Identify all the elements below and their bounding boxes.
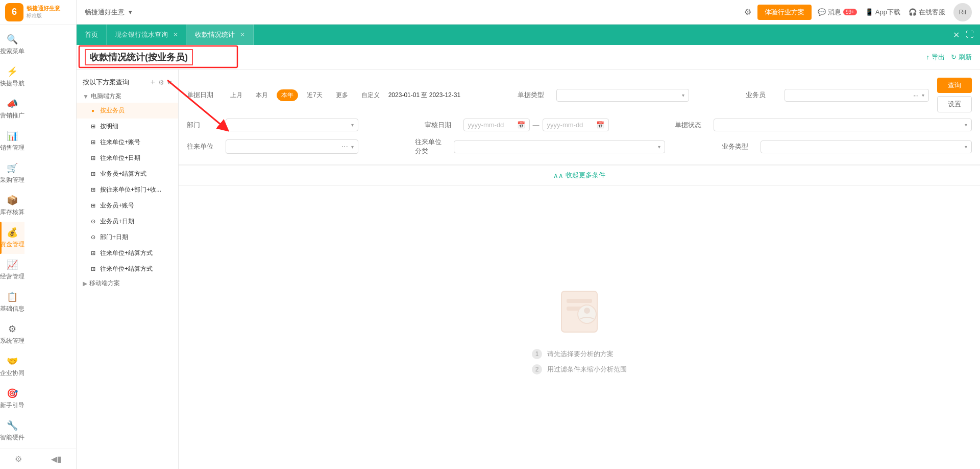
- panel-header-actions: + ⚙ «: [151, 78, 172, 87]
- review-date-end[interactable]: yyyy-mm-dd 📅: [543, 119, 609, 131]
- menu-item-unit-settlement1[interactable]: ⊞ 往来单位+结算方式: [77, 245, 178, 261]
- breadcrumb-dropdown[interactable]: ▾: [129, 8, 132, 16]
- panel-collapse-btn[interactable]: «: [167, 78, 172, 87]
- sidebar-item-new-guide[interactable]: 🎯 新手引导: [0, 383, 24, 415]
- date-btn-this-year[interactable]: 本年: [277, 89, 298, 101]
- tab-receipt-stats-close[interactable]: ✕: [240, 31, 245, 38]
- menu-item-label: 业务员+日期: [100, 217, 134, 226]
- topbar: 畅捷通好生意 ▾ ⚙ 体验行业方案 💬 消息 99+ 📱 App下载 🎧 在线客…: [77, 0, 980, 25]
- sidebar-item-basic-info[interactable]: 📋 基础信息: [0, 286, 24, 318]
- date-btn-custom[interactable]: 自定义: [357, 89, 384, 101]
- menu-item-unit-account[interactable]: ⊞ 往来单位+账号: [77, 134, 178, 150]
- biz-type-select[interactable]: ▾: [761, 140, 972, 153]
- sidebar-collapse-btn[interactable]: ◀▮: [51, 454, 62, 464]
- tab-bank-flow-close[interactable]: ✕: [173, 31, 178, 38]
- app-download-btn[interactable]: 📱 App下载: [865, 8, 900, 17]
- menu-item-unit-dept[interactable]: ⊞ 按往来单位+部门+收...: [77, 182, 178, 198]
- user-avatar[interactable]: Rit: [953, 3, 972, 21]
- menu-item-label: 按业务员: [100, 106, 125, 115]
- sidebar-item-corp-wechat[interactable]: 💬 企业微信: [0, 447, 24, 449]
- trial-btn[interactable]: 体验行业方案: [757, 5, 812, 20]
- date-btn-7days[interactable]: 近7天: [302, 89, 327, 101]
- filter-area: 单据日期 上月 本月 本年 近7天 更多 自定义 2023-01-01 至 20…: [179, 69, 980, 164]
- online-service-btn[interactable]: 🎧 在线客服: [909, 8, 945, 17]
- section-desktop[interactable]: ▼ 电脑端方案: [77, 90, 178, 103]
- tabbar: 首页 现金银行流水查询 ✕ 收款情况统计 ✕ ✕ ⛶: [77, 25, 980, 45]
- doc-status-select[interactable]: ▾: [714, 119, 972, 131]
- menu-item-label: 业务员+账号: [100, 201, 134, 210]
- tab-home[interactable]: 首页: [77, 25, 107, 45]
- sidebar-item-wrapper-wechat: 💬 企业微信: [0, 447, 76, 449]
- filter-row-2: 部门 ▾ 审核日期 yyyy-mm-dd 📅 — y: [187, 119, 972, 131]
- tab-receipt-stats[interactable]: 收款情况统计 ✕: [187, 25, 254, 45]
- tab-bank-flow[interactable]: 现金银行流水查询 ✕: [107, 25, 187, 45]
- partner-category-label: 往来单位分类: [415, 137, 446, 156]
- empty-step-2: 2 用过滤条件来缩小分析范围: [532, 364, 627, 374]
- messages-btn[interactable]: 💬 消息 99+: [818, 8, 857, 17]
- empty-illustration: [549, 276, 610, 339]
- topbar-settings-icon[interactable]: ⚙: [744, 7, 751, 17]
- query-btn[interactable]: 查询: [937, 78, 972, 93]
- message-icon: 💬: [818, 8, 826, 16]
- salesman-dots[interactable]: ···: [913, 91, 919, 99]
- sidebar-item-search-menu[interactable]: 🔍 搜索菜单: [0, 29, 24, 61]
- doc-status-chevron: ▾: [965, 122, 967, 128]
- sidebar-item-operations[interactable]: 📈 经营管理: [0, 254, 24, 286]
- dept-label: 部门: [187, 121, 217, 130]
- menu-icon-unit-date: ⊞: [89, 154, 97, 162]
- partner-category-select[interactable]: ▾: [454, 140, 665, 153]
- menu-item-salesman-account[interactable]: ⊞ 业务员+账号: [77, 198, 178, 214]
- purchase-icon: 🛒: [7, 162, 18, 174]
- panel-add-btn[interactable]: +: [151, 78, 155, 87]
- section-label-mobile: 移动端方案: [89, 279, 120, 288]
- doc-type-chevron: ▾: [682, 92, 684, 98]
- sidebar-item-marketing[interactable]: 📣 营销推广: [0, 93, 24, 125]
- panel-settings-btn[interactable]: ⚙: [158, 79, 164, 86]
- section-label-desktop: 电脑端方案: [91, 92, 121, 101]
- svg-rect-1: [567, 299, 592, 303]
- sidebar-item-smart-hw[interactable]: 🔧 智能硬件: [0, 415, 24, 447]
- inventory-icon: 📦: [7, 195, 18, 206]
- partner-dots[interactable]: ···: [341, 142, 348, 151]
- sidebar-item-corp-coop[interactable]: 🤝 企业协同: [0, 350, 24, 383]
- sidebar-settings-btn[interactable]: ⚙: [15, 454, 22, 464]
- menu-item-unit-settlement2[interactable]: ⊞ 往来单位+结算方式: [77, 261, 178, 277]
- partner-select[interactable]: ··· ▾: [226, 139, 358, 154]
- page-title: 收款情况统计(按业务员): [85, 49, 193, 65]
- menu-item-by-salesman[interactable]: ● 按业务员: [77, 103, 178, 119]
- main-content: 单据日期 上月 本月 本年 近7天 更多 自定义 2023-01-01 至 20…: [179, 69, 980, 469]
- tabbar-fullscreen[interactable]: ⛶: [966, 30, 974, 39]
- tabbar-right: ✕ ⛶: [947, 25, 980, 45]
- refresh-btn[interactable]: ↻ 刷新: [951, 53, 972, 62]
- corp-coop-icon: 🤝: [7, 356, 18, 367]
- menu-item-salesman-date[interactable]: ⊙ 业务员+日期: [77, 214, 178, 229]
- collapse-bar[interactable]: ∧∧ 收起更多条件: [179, 165, 980, 185]
- sidebar-item-finance[interactable]: 💰 资金管理: [0, 222, 24, 254]
- step-num-1: 1: [532, 349, 542, 359]
- filter-settings-btn[interactable]: 设置: [937, 96, 972, 112]
- sidebar-item-inventory[interactable]: 📦 库存核算: [0, 190, 24, 222]
- menu-item-unit-date[interactable]: ⊞ 往来单位+日期: [77, 150, 178, 166]
- menu-item-salesman-settlement[interactable]: ⊞ 业务员+结算方式: [77, 166, 178, 182]
- sidebar-item-label: 库存核算: [0, 208, 24, 217]
- doc-type-select[interactable]: ▾: [556, 89, 689, 102]
- left-panel: 按以下方案查询 + ⚙ « ▼ 电脑端方案 ● 按业务员 ⊞ 按明细: [77, 69, 179, 469]
- sidebar-item-label: 智能硬件: [0, 433, 24, 442]
- dept-select[interactable]: ▾: [226, 119, 358, 131]
- sidebar-item-system[interactable]: ⚙ 系统管理: [0, 318, 24, 350]
- sidebar-item-purchase[interactable]: 🛒 采购管理: [0, 157, 24, 190]
- menu-item-by-detail[interactable]: ⊞ 按明细: [77, 119, 178, 134]
- tabbar-close-all[interactable]: ✕: [953, 30, 960, 40]
- review-date-group: yyyy-mm-dd 📅 — yyyy-mm-dd 📅: [463, 119, 609, 131]
- section-mobile[interactable]: ▶ 移动端方案: [77, 277, 178, 290]
- date-btn-more[interactable]: 更多: [331, 89, 353, 101]
- review-date-start[interactable]: yyyy-mm-dd 📅: [463, 119, 530, 131]
- salesman-select[interactable]: ··· ▾: [785, 89, 929, 102]
- menu-item-dept-date[interactable]: ⊙ 部门+日期: [77, 229, 178, 245]
- date-btn-last-month[interactable]: 上月: [226, 89, 247, 101]
- export-btn[interactable]: ↑ 导出: [926, 53, 945, 62]
- date-btn-this-month[interactable]: 本月: [251, 89, 273, 101]
- sidebar-item-quick-nav[interactable]: ⚡ 快捷导航: [0, 61, 24, 93]
- sidebar-item-sales[interactable]: 📊 销售管理: [0, 125, 24, 157]
- empty-state: 1 请先选择要分析的方案 2 用过滤条件来缩小分析范围: [179, 186, 980, 469]
